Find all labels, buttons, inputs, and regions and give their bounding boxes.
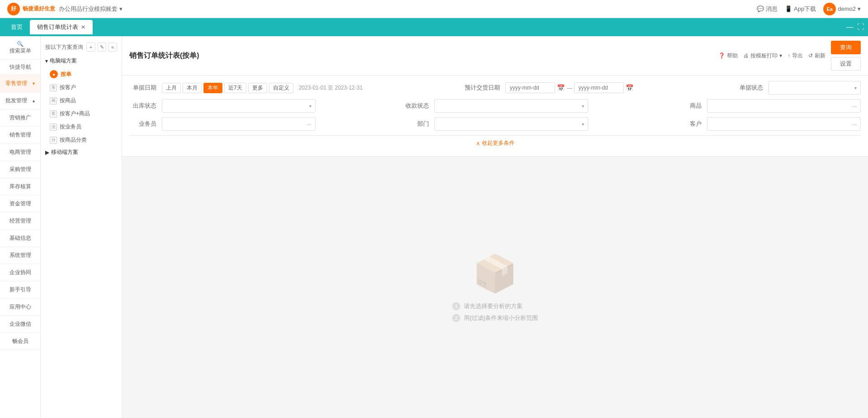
sidebar-shortcut[interactable]: 快捷导航 xyxy=(0,60,40,75)
customer-dots-icon: ··· xyxy=(852,121,857,128)
goods-select[interactable]: ··· xyxy=(707,99,861,113)
pc-scheme-section[interactable]: ▾ 电脑端方案 xyxy=(41,54,122,67)
sidebar-item-purchase[interactable]: 采购管理 xyxy=(0,161,40,178)
refresh-label: 刷新 xyxy=(815,52,826,60)
help-btn[interactable]: ❓ 帮助 xyxy=(718,52,738,60)
customer-select[interactable]: ··· xyxy=(707,117,861,131)
out-status-select[interactable] xyxy=(162,100,315,112)
collapse-bar[interactable]: ∧ 收起更多条件 xyxy=(129,135,861,151)
sidebar-item-operation[interactable]: 经营管理 xyxy=(0,213,40,230)
collapse-panel-btn[interactable]: « xyxy=(108,43,117,52)
sidebar-item-finance[interactable]: 资金管理 xyxy=(0,195,40,213)
by-customer-label: 按客户 xyxy=(60,84,76,91)
sidebar-item-member[interactable]: 畅会员 xyxy=(0,333,40,350)
sidebar-item-marketing[interactable]: 营销推广 xyxy=(0,109,40,127)
setting-btn[interactable]: 设置 xyxy=(831,57,861,71)
date-btn-this-month[interactable]: 本月 xyxy=(183,83,202,93)
print-btn[interactable]: 🖨 按模板打印 ▾ xyxy=(743,52,782,60)
sidebar-item-inventory[interactable]: 库存核算 xyxy=(0,178,40,195)
calendar-from-icon[interactable]: 📅 xyxy=(557,84,565,91)
left-panel-header: 按以下方案查询 + ✎ « xyxy=(41,40,122,54)
date-range-text: 2023-01-01 至 2023-12-31 xyxy=(299,84,363,92)
sidebar-item-basic-info[interactable]: 基础信息 xyxy=(0,230,40,247)
user-area[interactable]: Ea demo2 ▾ xyxy=(823,3,861,15)
receive-status-select-wrap[interactable]: ▾ xyxy=(434,99,588,113)
user-name: demo2 xyxy=(838,5,856,12)
sidebar-item-retail[interactable]: 零售管理 ▾ xyxy=(0,75,40,92)
sidebar-item-marketing-label: 营销推广 xyxy=(9,114,31,122)
tab-minimize-icon[interactable]: — xyxy=(846,23,854,31)
by-customer-goods-label: 按客户+商品 xyxy=(60,110,90,118)
by-staff-label: 按业务员 xyxy=(60,123,81,131)
sidebar-item-ecommerce[interactable]: 电商管理 xyxy=(0,144,40,161)
dept-select-wrap[interactable]: ▾ xyxy=(434,117,588,131)
sidebar-item-system[interactable]: 系统管理 xyxy=(0,247,40,264)
filter-by-staff[interactable]: 业 按业务员 xyxy=(41,120,122,133)
by-order-icon: ● xyxy=(50,70,58,78)
add-scheme-btn[interactable]: + xyxy=(86,43,95,52)
left-panel-header-label: 按以下方案查询 xyxy=(45,43,83,51)
empty-state: 📦 1 请先选择要分析的方案 2 用[过滤]条件来缩小分析范围 xyxy=(122,157,868,418)
out-status-label: 出库状态 xyxy=(129,102,156,110)
mobile-scheme-section[interactable]: ▶ 移动端方案 xyxy=(41,147,122,158)
empty-hint-1: 1 请先选择要分析的方案 xyxy=(452,302,538,310)
expected-date-from[interactable] xyxy=(505,82,555,93)
sidebar-item-sales[interactable]: 销售管理 xyxy=(0,127,40,144)
pc-scheme-arrow-icon: ▾ xyxy=(45,58,48,64)
sidebar-item-app-label: 应用中心 xyxy=(9,303,31,311)
sidebar-search[interactable]: 🔍 搜索菜单 xyxy=(0,36,40,60)
filter-row-status: 出库状态 ▾ 收款状态 ▾ xyxy=(129,99,861,113)
sidebar-item-wholesale[interactable]: 批发管理 ▴ xyxy=(0,92,40,109)
date-btn-last-month[interactable]: 上月 xyxy=(162,83,181,93)
filter-by-customer[interactable]: 客 按客户 xyxy=(41,81,122,94)
date-btn-custom[interactable]: 自定义 xyxy=(269,83,293,93)
sidebar-item-newcomer[interactable]: 新手引导 xyxy=(0,281,40,299)
status-select[interactable] xyxy=(769,81,860,94)
tab-maximize-icon[interactable]: ⛶ xyxy=(857,23,864,31)
message-btn[interactable]: 💬 消息 xyxy=(757,5,778,13)
tab-close-icon[interactable]: ✕ xyxy=(81,24,85,30)
date-btn-7days[interactable]: 近7天 xyxy=(224,83,246,93)
tab-bar-actions: — ⛶ xyxy=(846,23,864,31)
status-select-wrap[interactable]: ▾ xyxy=(769,81,861,95)
goods-dots-icon: ··· xyxy=(852,103,857,109)
staff-label: 业务员 xyxy=(129,120,156,128)
search-icon: 🔍 xyxy=(4,41,37,47)
help-label: 帮助 xyxy=(727,52,738,60)
tab-sales-stats[interactable]: 销售订单统计表 ✕ xyxy=(30,20,93,34)
by-goods-category-label: 按商品分类 xyxy=(60,136,87,144)
filter-by-customer-goods[interactable]: 客 按客户+商品 xyxy=(41,107,122,120)
sidebar-item-newcomer-label: 新手引导 xyxy=(9,286,31,294)
date-btn-this-year[interactable]: 本年 xyxy=(203,83,222,93)
date-btn-more[interactable]: 更多 xyxy=(248,83,267,93)
sidebar-item-enterprise[interactable]: 企业协同 xyxy=(0,264,40,281)
search-label: 搜索菜单 xyxy=(4,47,37,55)
app-download-btn[interactable]: 📱 App下载 xyxy=(785,5,816,13)
filter-by-order[interactable]: ● 按单 xyxy=(41,67,122,81)
out-status-select-wrap[interactable]: ▾ xyxy=(162,99,316,113)
dept-select[interactable] xyxy=(435,118,588,130)
sidebar-item-inventory-label: 库存核算 xyxy=(9,183,31,190)
by-goods-label: 按商品 xyxy=(60,97,76,104)
by-goods-category-icon: 分 xyxy=(50,137,57,144)
by-staff-icon: 业 xyxy=(50,124,57,131)
query-btn[interactable]: 查询 xyxy=(831,41,861,54)
empty-hint-2: 2 用[过滤]条件来缩小分析范围 xyxy=(452,314,538,322)
industry-select[interactable]: 办公用品行业模拟账套 ▾ xyxy=(59,5,123,13)
staff-select[interactable]: ··· xyxy=(162,117,316,131)
sidebar-item-wholesale-label: 批发管理 xyxy=(5,97,27,104)
collapse-up-icon: ∧ xyxy=(476,140,480,147)
refresh-icon: ↺ xyxy=(808,52,813,59)
export-btn[interactable]: ↑ 导出 xyxy=(788,52,803,60)
filter-by-goods[interactable]: 商 按商品 xyxy=(41,94,122,107)
filter-by-goods-category[interactable]: 分 按商品分类 xyxy=(41,133,122,147)
receive-status-select[interactable] xyxy=(435,100,588,112)
tab-home[interactable]: 首页 xyxy=(4,20,30,34)
edit-scheme-btn[interactable]: ✎ xyxy=(97,43,106,52)
sidebar-item-app[interactable]: 应用中心 xyxy=(0,299,40,316)
logo-area: 好 畅捷通好生意 xyxy=(7,3,55,15)
refresh-btn[interactable]: ↺ 刷新 xyxy=(808,52,826,60)
expected-date-to[interactable] xyxy=(574,82,624,93)
sidebar-item-wechat[interactable]: 企业微信 xyxy=(0,316,40,333)
calendar-to-icon[interactable]: 📅 xyxy=(626,84,633,91)
